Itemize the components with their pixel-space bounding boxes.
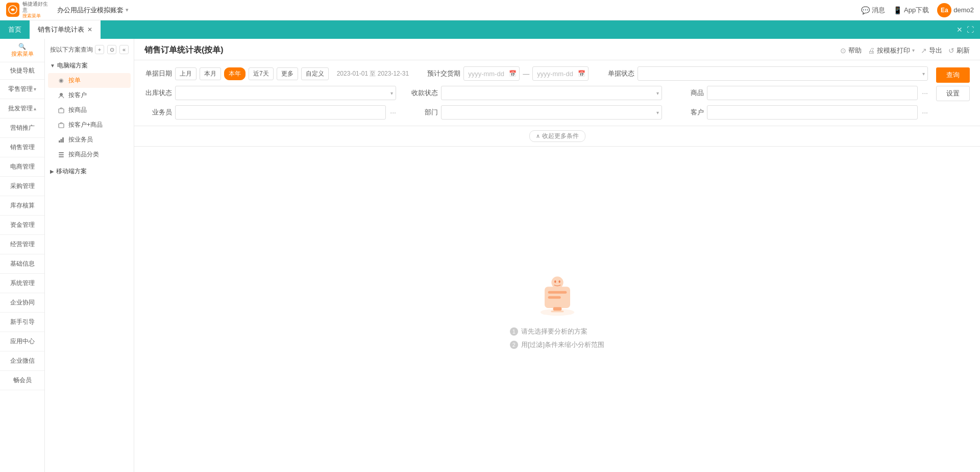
- collapse-scheme-icon[interactable]: «: [119, 45, 129, 54]
- sidebar-item-marketing[interactable]: 营销推广: [0, 119, 44, 138]
- collapse-button[interactable]: ∧ 收起更多条件: [529, 130, 585, 142]
- template-print-button[interactable]: 🖨 按模板打印 ▾: [868, 46, 915, 55]
- message-button[interactable]: 💬 消息: [861, 6, 885, 15]
- sidebar-item-sales[interactable]: 销售管理: [0, 138, 44, 157]
- delivery-end-input[interactable]: [532, 66, 589, 81]
- group-expand-mobile-icon: ▶: [50, 169, 54, 174]
- goods-group: 商品 ···: [676, 86, 928, 100]
- help-label: 帮助: [848, 46, 862, 55]
- window-maximize-icon[interactable]: ⛶: [967, 26, 974, 34]
- date-this-month-btn[interactable]: 本月: [200, 67, 221, 80]
- sidebar-item-purchase[interactable]: 采购管理: [0, 177, 44, 196]
- scheme-item-by-order[interactable]: ◉ 按单: [48, 73, 131, 88]
- action-buttons: 查询 设置: [936, 66, 970, 101]
- order-status-select[interactable]: [638, 66, 928, 81]
- goods-input[interactable]: [707, 86, 918, 100]
- scheme-item-by-salesperson[interactable]: 按业务员: [48, 132, 131, 147]
- date-last-month-btn[interactable]: 上月: [175, 67, 197, 80]
- app-download-button[interactable]: 📱 App下载: [893, 6, 929, 15]
- scheme-group-pc-header[interactable]: ▼ 电脑端方案: [48, 58, 131, 73]
- print-icon: 🖨: [868, 46, 875, 55]
- sidebar-item-system[interactable]: 系统管理: [0, 274, 44, 293]
- svg-point-1: [60, 93, 63, 96]
- empty-tip-1: 1 请先选择要分析的方案: [510, 327, 604, 336]
- collection-status-select[interactable]: [441, 86, 662, 100]
- window-close-icon[interactable]: ✕: [957, 26, 963, 34]
- help-button[interactable]: ⊙ 帮助: [840, 46, 862, 55]
- sidebar-item-ecommerce[interactable]: 电商管理: [0, 157, 44, 177]
- sidebar-item-finance[interactable]: 资金管理: [0, 216, 44, 235]
- query-button[interactable]: 查询: [936, 67, 970, 83]
- svg-rect-9: [59, 156, 64, 157]
- delivery-date-group: 预计交货期 📅 — 📅: [427, 66, 589, 81]
- add-scheme-icon[interactable]: +: [95, 45, 104, 54]
- app-download-label: App下载: [904, 6, 929, 15]
- delivery-start-input[interactable]: [463, 66, 520, 81]
- scheme-item-by-goods-category[interactable]: 按商品分类: [48, 147, 131, 162]
- delivery-end-wrap: 📅: [532, 66, 589, 81]
- customer-input[interactable]: [707, 105, 918, 120]
- top-right-area: 💬 消息 📱 App下载 Ea demo2: [861, 3, 974, 17]
- goods-label: 商品: [676, 88, 704, 98]
- date-more-btn[interactable]: 更多: [277, 67, 298, 80]
- date-range-text: 2023-01-01 至 2023-12-31: [337, 69, 409, 78]
- date-custom-btn[interactable]: 自定义: [301, 67, 329, 80]
- scheme-item-by-customer[interactable]: 按客户: [48, 88, 131, 103]
- tab-close-icon[interactable]: ✕: [87, 26, 92, 33]
- svg-rect-18: [551, 311, 564, 312]
- empty-state: 1 请先选择要分析的方案 2 用[过滤]条件来缩小分析范围: [134, 147, 980, 472]
- customer-label: 客户: [676, 108, 704, 117]
- sidebar-quick-nav[interactable]: 快捷导航: [0, 62, 44, 80]
- salesperson-input[interactable]: [175, 105, 386, 120]
- sidebar-item-inventory[interactable]: 库存核算: [0, 196, 44, 216]
- tip-num-1: 1: [510, 327, 518, 336]
- department-group: 部门 ▾: [410, 105, 662, 120]
- shipment-status-select-wrap: ▾: [175, 86, 396, 100]
- tab-sales-order-stats[interactable]: 销售订单统计表 ✕: [30, 20, 101, 39]
- logo-text: 畅捷通好生意 搜索菜单: [22, 1, 51, 19]
- department-label: 部门: [410, 108, 438, 117]
- print-arrow-icon: ▾: [912, 48, 915, 53]
- svg-point-16: [558, 280, 560, 282]
- tab-home[interactable]: 首页: [0, 20, 30, 39]
- settings-scheme-icon[interactable]: ⊙: [107, 45, 116, 54]
- empty-tip-2: 2 用[过滤]条件来缩小分析范围: [510, 340, 604, 349]
- refresh-label: 刷新: [957, 46, 970, 55]
- collapse-up-icon: ∧: [536, 133, 540, 139]
- sidebar-search[interactable]: 🔍 搜索菜单: [0, 39, 44, 62]
- export-button[interactable]: ↗ 导出: [921, 46, 942, 55]
- scheme-item-by-customer-goods[interactable]: 按客户+商品: [48, 117, 131, 132]
- scheme-by-goods-category-icon: [57, 151, 65, 159]
- tip-num-2: 2: [510, 341, 518, 349]
- refresh-button[interactable]: ↺ 刷新: [948, 46, 970, 55]
- salesperson-group: 业务员 ···: [144, 105, 396, 120]
- department-select[interactable]: [441, 105, 662, 120]
- empty-illustration: [532, 270, 583, 321]
- user-profile[interactable]: Ea demo2: [937, 3, 974, 17]
- scheme-group-mobile-header[interactable]: ▶ 移动端方案: [48, 164, 131, 179]
- customer-dots-icon[interactable]: ···: [922, 108, 928, 116]
- search-menu-label: 搜索菜单: [22, 13, 51, 19]
- sidebar-item-enterprise[interactable]: 企业协同: [0, 293, 44, 313]
- svg-rect-17: [553, 307, 561, 311]
- order-status-label: 单据状态: [607, 69, 634, 78]
- settings-button[interactable]: 设置: [936, 86, 970, 101]
- date-last-7-days-btn[interactable]: 近7天: [249, 67, 274, 80]
- sidebar-item-enterprise-wx[interactable]: 企业微信: [0, 351, 44, 371]
- sidebar-item-wholesale[interactable]: 批发管理 ▴: [0, 99, 44, 119]
- sidebar-item-newbie[interactable]: 新手引导: [0, 313, 44, 332]
- date-this-year-btn[interactable]: 本年: [224, 67, 246, 80]
- sidebar-item-retail[interactable]: 零售管理 ▾: [0, 80, 44, 99]
- shipment-status-select[interactable]: [175, 86, 396, 100]
- sidebar-item-operation[interactable]: 经营管理: [0, 235, 44, 254]
- tab-window-buttons: ✕ ⛶: [957, 20, 980, 39]
- salesperson-dots-icon[interactable]: ···: [390, 108, 396, 116]
- collapse-bar[interactable]: ∧ 收起更多条件: [134, 126, 980, 147]
- scheme-item-by-goods[interactable]: 按商品: [48, 103, 131, 117]
- sidebar-item-basic[interactable]: 基础信息: [0, 254, 44, 274]
- sidebar-item-member[interactable]: 畅会员: [0, 371, 44, 390]
- goods-dots-icon[interactable]: ···: [922, 89, 928, 97]
- sidebar-item-app-center[interactable]: 应用中心: [0, 332, 44, 351]
- breadcrumb[interactable]: 办公用品行业模拟账套 ▾: [51, 6, 861, 15]
- logo-area: 畅捷通好生意 搜索菜单: [6, 1, 51, 19]
